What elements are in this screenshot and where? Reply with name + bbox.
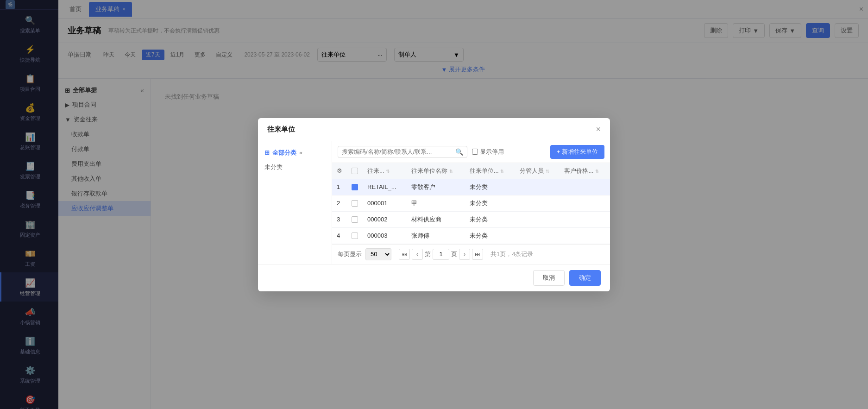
row4-name: 张师傅 <box>407 227 465 244</box>
dialog-actions: 取消 确定 <box>258 264 610 291</box>
row2-settings: 2 <box>332 195 347 211</box>
dialog-table-wrap: ⚙ 往来... ⇅ 往来单位名称 ⇅ <box>332 163 610 244</box>
th-manager-text: 分管人员 <box>520 167 544 174</box>
row3-manager <box>515 211 560 227</box>
row3-price <box>560 211 610 227</box>
th-name: 往来单位名称 ⇅ <box>407 163 465 179</box>
dialog-category-header: ⊞ 全部分类 « <box>258 146 332 160</box>
dialog-category-unclassified[interactable]: 未分类 <box>258 160 332 175</box>
row4-price <box>560 227 610 244</box>
sort-price-icon[interactable]: ⇅ <box>595 169 599 174</box>
dialog-body: ⊞ 全部分类 « 未分类 🔍 显示停用 <box>258 141 610 264</box>
row3-settings: 3 <box>332 211 347 227</box>
per-page-label: 每页显示 <box>338 250 362 258</box>
page-suffix-label: 页 <box>451 250 457 258</box>
row1-manager <box>515 179 560 195</box>
dialog-table: ⚙ 往来... ⇅ 往来单位名称 ⇅ <box>332 163 610 244</box>
row2-checkbox[interactable] <box>352 200 358 207</box>
th-settings: ⚙ <box>332 163 347 179</box>
th-category: 往来单位... ⇅ <box>465 163 516 179</box>
category-unclassified-label: 未分类 <box>264 164 283 170</box>
row4-manager <box>515 227 560 244</box>
row1-checkbox[interactable] <box>352 184 358 190</box>
table-row[interactable]: 3 000002 材料供应商 未分类 <box>332 211 610 227</box>
row1-settings: 1 <box>332 179 347 195</box>
dialog-table-body: 1 RETAIL_... 零散客户 未分类 <box>332 179 610 244</box>
th-category-text: 往来单位... <box>470 167 499 174</box>
page-prefix-label: 第 <box>425 250 431 258</box>
dialog-pagination: 每页显示 50 100 ⏮ ‹ 第 页 › ⏭ 共1页，4条记录 <box>332 244 610 264</box>
dialog-search-input[interactable] <box>342 148 455 155</box>
row1-price <box>560 179 610 195</box>
sort-category-icon[interactable]: ⇅ <box>500 169 504 174</box>
dialog-collapse-btn[interactable]: « <box>299 149 302 156</box>
dialog-categories: ⊞ 全部分类 « 未分类 <box>258 141 332 264</box>
confirm-button[interactable]: 确定 <box>569 270 601 286</box>
show-disabled-checkbox[interactable] <box>472 149 478 155</box>
dialog-toolbar: 🔍 显示停用 + 新增往来单位 <box>332 141 610 163</box>
row2-category: 未分类 <box>465 195 516 211</box>
row2-checkbox-cell <box>347 195 363 211</box>
row4-settings: 4 <box>332 227 347 244</box>
row2-name: 甲 <box>407 195 465 211</box>
first-page-btn[interactable]: ⏮ <box>399 249 410 260</box>
dialog-search-box[interactable]: 🔍 <box>338 146 467 158</box>
category-header-text: 全部分类 <box>272 149 296 157</box>
add-counterparty-btn[interactable]: + 新增往来单位 <box>550 145 604 159</box>
row4-checkbox-cell <box>347 227 363 244</box>
th-name-text: 往来单位名称 <box>411 167 447 174</box>
dialog-header: 往来单位 × <box>258 118 610 141</box>
row3-code: 000002 <box>363 211 407 227</box>
sort-manager-icon[interactable]: ⇅ <box>546 169 549 174</box>
row1-name: 零散客户 <box>407 179 465 195</box>
th-manager: 分管人员 ⇅ <box>515 163 560 179</box>
dialog-title: 往来单位 <box>267 125 295 134</box>
row4-code: 000003 <box>363 227 407 244</box>
dialog-overlay: 往来单位 × ⊞ 全部分类 « 未分类 <box>0 0 868 409</box>
page-number-input[interactable] <box>433 249 449 260</box>
row2-manager <box>515 195 560 211</box>
row3-category: 未分类 <box>465 211 516 227</box>
page-navigation: ⏮ ‹ 第 页 › ⏭ <box>399 249 483 260</box>
dialog-right: 🔍 显示停用 + 新增往来单位 ⚙ <box>332 141 610 264</box>
row1-code: RETAIL_... <box>363 179 407 195</box>
sort-name-icon[interactable]: ⇅ <box>449 169 453 174</box>
th-price-level: 客户价格... ⇅ <box>560 163 610 179</box>
th-code-text: 往来... <box>367 167 384 174</box>
row3-name: 材料供应商 <box>407 211 465 227</box>
prev-page-btn[interactable]: ‹ <box>412 249 423 260</box>
dialog-search-icon: 🔍 <box>455 148 463 156</box>
th-checkbox <box>347 163 363 179</box>
row3-checkbox-cell <box>347 211 363 227</box>
row1-category: 未分类 <box>465 179 516 195</box>
row4-category: 未分类 <box>465 227 516 244</box>
th-price-text: 客户价格... <box>564 167 593 174</box>
table-row[interactable]: 4 000003 张师傅 未分类 <box>332 227 610 244</box>
per-page-select[interactable]: 50 100 <box>365 248 391 260</box>
grid-icon-dlg: ⊞ <box>264 149 270 156</box>
row4-checkbox[interactable] <box>352 233 358 239</box>
table-row[interactable]: 1 RETAIL_... 零散客户 未分类 <box>332 179 610 195</box>
page-total-info: 共1页，4条记录 <box>491 250 533 258</box>
row1-checkbox-cell <box>347 179 363 195</box>
next-page-btn[interactable]: › <box>459 249 470 260</box>
show-disabled-text: 显示停用 <box>480 148 504 156</box>
sort-code-icon[interactable]: ⇅ <box>386 169 390 174</box>
counterparty-dialog: 往来单位 × ⊞ 全部分类 « 未分类 <box>258 118 610 291</box>
table-header-row: ⚙ 往来... ⇅ 往来单位名称 ⇅ <box>332 163 610 179</box>
row3-checkbox[interactable] <box>352 216 358 223</box>
show-disabled-label: 显示停用 <box>472 148 504 156</box>
header-checkbox[interactable] <box>352 168 358 174</box>
row2-price <box>560 195 610 211</box>
dialog-close-btn[interactable]: × <box>596 125 601 134</box>
cancel-button[interactable]: 取消 <box>533 270 565 286</box>
last-page-btn[interactable]: ⏭ <box>472 249 483 260</box>
table-row[interactable]: 2 000001 甲 未分类 <box>332 195 610 211</box>
row2-code: 000001 <box>363 195 407 211</box>
th-code: 往来... ⇅ <box>363 163 407 179</box>
